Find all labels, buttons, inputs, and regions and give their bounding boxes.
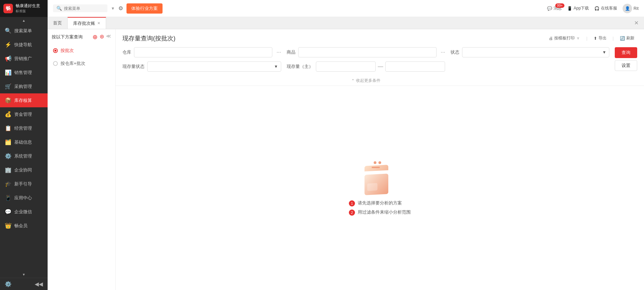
collapse-label: 收起更多条件 (356, 78, 380, 84)
export-label: 导出 (598, 35, 607, 41)
sidebar-item-search[interactable]: 🔍 搜索菜单 (0, 24, 48, 38)
sidebar-label-search: 搜索菜单 (14, 28, 32, 34)
message-btn[interactable]: 💬 消息 99+ (547, 5, 562, 11)
topbar: 🔍 ▼ ⚙ 体验行业方案 💬 消息 99+ 📱 App下载 🎧 在线客服 👤 R (48, 0, 644, 17)
sidebar-item-inventory[interactable]: 📦 库存核算 (0, 93, 48, 107)
sidebar-item-member[interactable]: 👑 畅会员 (0, 219, 48, 233)
tab-home[interactable]: 首页 (48, 17, 68, 29)
right-panel: 现存量查询(按批次) 🖨 按模板打印 ▼ | ⬆ 导出 | (116, 29, 644, 290)
sidebar-item-purchase[interactable]: 🛒 采购管理 (0, 79, 48, 93)
lp-item-by-batch[interactable]: 按批次 (48, 44, 115, 57)
settings-btn[interactable]: 设置 (615, 60, 637, 71)
tabbar: 首页 库存批次账 ✕ ✕ (48, 17, 644, 29)
lp-add-icon[interactable]: ⊕ (92, 33, 98, 41)
search-input[interactable] (64, 6, 104, 11)
sidebar-item-quick-nav[interactable]: ⚡ 快捷导航 (0, 38, 48, 52)
inventory-icon: 📦 (5, 97, 12, 104)
refresh-icon: 🔄 (620, 36, 625, 41)
inv-amount-range: — (316, 61, 445, 72)
query-settings-col: 查询 设置 (615, 47, 637, 71)
sidebar-item-enterprise[interactable]: 🏢 企业协同 (0, 163, 48, 177)
topbar-chevron-icon[interactable]: ▼ (111, 6, 115, 11)
filter-status: 状态 ▼ (451, 47, 609, 57)
sidebar-item-finance[interactable]: 💰 资金管理 (0, 107, 48, 121)
hint-text-2: 用过滤条件来缩小分析范围 (358, 209, 411, 215)
status-chevron-icon: ▼ (602, 50, 606, 55)
product-more-icon[interactable]: ··· (441, 49, 445, 55)
lp-item-by-warehouse-batch[interactable]: 按仓库+批次 (48, 57, 115, 70)
search-icon: 🔍 (5, 28, 12, 34)
app-name-block: 畅康通好生意 标准版 (16, 3, 40, 14)
query-btn[interactable]: 查询 (615, 47, 637, 58)
template-print-label: 按模板打印 (554, 35, 575, 41)
app-download-btn[interactable]: 📱 App下载 (567, 5, 589, 11)
tab-close-icon[interactable]: ✕ (97, 21, 100, 25)
sidebar-item-appcenter[interactable]: 📱 应用中心 (0, 191, 48, 205)
app-logo: 畅 (3, 4, 13, 13)
sidebar-item-system[interactable]: ⚙️ 系统管理 (0, 149, 48, 163)
tab-inventory-batch-label: 库存批次账 (73, 20, 95, 26)
sidebar-item-marketing[interactable]: 📢 营销推广 (0, 52, 48, 66)
refresh-label: 刷新 (626, 35, 634, 41)
sidebar-item-sales[interactable]: 📊 销售管理 (0, 66, 48, 79)
lp-collapse-icon[interactable]: ≪ (106, 33, 111, 41)
sidebar-footer: ⚙️ ◀◀ (0, 278, 48, 290)
settings-footer-icon[interactable]: ⚙️ (5, 281, 12, 287)
export-icon: ⬆ (594, 36, 597, 41)
enterprise-icon: 🏢 (5, 167, 12, 173)
refresh-btn[interactable]: 🔄 刷新 (617, 34, 637, 42)
message-icon: 💬 (547, 6, 552, 11)
product-label: 商品 (287, 49, 295, 55)
sidebar-label-operation: 经营管理 (14, 125, 32, 131)
sidebar-item-operation[interactable]: 📋 经营管理 (0, 121, 48, 135)
hint-text-1: 请先选择要分析的方案 (358, 200, 402, 206)
sidebar-header: 畅 畅康通好生意 标准版 (0, 0, 48, 17)
inv-amount-max[interactable] (385, 61, 445, 72)
sidebar-scroll-down[interactable]: ▼ (0, 271, 48, 278)
topbar-gear-icon[interactable]: ⚙ (118, 5, 123, 12)
sidebar-label-system: 系统管理 (14, 153, 32, 159)
sidebar-label-newguide: 新手引导 (14, 181, 32, 187)
sidebar-label-inventory: 库存核算 (14, 97, 32, 104)
inv-amount-label: 现存量（主） (287, 64, 313, 70)
topbar-search-box[interactable]: 🔍 (53, 4, 107, 12)
sidebar-scroll-up[interactable]: ▲ (0, 17, 48, 24)
lp-label-by-warehouse-batch: 按仓库+批次 (61, 60, 85, 67)
status-select[interactable]: ▼ (462, 47, 609, 57)
inv-status-label: 现存量状态 (122, 64, 145, 70)
online-support-btn[interactable]: 🎧 在线客服 (594, 5, 617, 11)
user-menu[interactable]: 👤 Rit (623, 4, 639, 13)
export-btn[interactable]: ⬆ 导出 (591, 34, 609, 42)
inv-status-select[interactable]: ▼ (147, 61, 281, 72)
range-dash: — (378, 64, 383, 70)
inv-amount-min[interactable] (316, 61, 376, 72)
sidebar-label-marketing: 营销推广 (14, 56, 32, 62)
empty-illustration (359, 161, 400, 195)
print-dropdown-icon[interactable]: ▼ (576, 36, 580, 41)
collapse-more-btn[interactable]: ⌃ 收起更多条件 (122, 76, 609, 86)
sidebar-item-basic[interactable]: 🗂️ 基础信息 (0, 135, 48, 149)
warehouse-more-icon[interactable]: ··· (276, 49, 281, 55)
avatar: 👤 (623, 4, 632, 13)
sidebar-label-appcenter: 应用中心 (14, 195, 32, 201)
support-icon: 🎧 (594, 6, 599, 11)
sales-icon: 📊 (5, 69, 12, 76)
sidebar-item-newguide[interactable]: 🎓 新手引导 (0, 177, 48, 191)
warehouse-input[interactable] (134, 47, 272, 57)
panel-close-btn[interactable]: ✕ (634, 20, 639, 26)
trial-btn[interactable]: 体验行业方案 (126, 3, 163, 14)
sidebar-label-corpwechat: 企业微信 (14, 209, 32, 215)
filter-row-1: 仓库 ··· 商品 ··· 状态 (122, 47, 609, 57)
sidebar-item-corpwechat[interactable]: 💬 企业微信 (0, 205, 48, 219)
lp-settings-icon[interactable]: ⊛ (100, 33, 104, 41)
tab-inventory-batch[interactable]: 库存批次账 ✕ (68, 17, 106, 29)
sidebar-label-basic: 基础信息 (14, 139, 32, 145)
filter-row-2: 现存量状态 ▼ 现存量（主） (122, 61, 609, 72)
template-print-btn[interactable]: 🖨 按模板打印 ▼ (546, 34, 583, 42)
collapse-sidebar-icon[interactable]: ◀◀ (35, 281, 43, 287)
page-title: 现存量查询(按批次) (122, 34, 175, 42)
product-input[interactable] (298, 47, 437, 57)
app-name: 畅康通好生意 (16, 3, 40, 9)
content-area: 按以下方案查询 ⊕ ⊛ ≪ 按批次 按仓库+批次 (48, 29, 644, 290)
purchase-icon: 🛒 (5, 83, 12, 90)
